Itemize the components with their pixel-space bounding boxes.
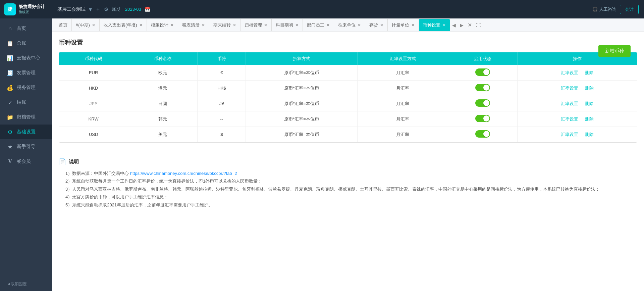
tab-tax-manual-close[interactable]: ✕	[202, 23, 205, 28]
delete-link-4[interactable]: 删除	[585, 132, 594, 137]
cell-code-0: EUR	[59, 65, 128, 81]
company-name: 基层工会测试	[57, 6, 86, 12]
toggle-0[interactable]	[475, 68, 490, 76]
tab-period[interactable]: ¥(中期)✕	[72, 19, 100, 31]
sidebar-item-reports[interactable]: 📊 云报表中心	[0, 51, 52, 65]
toggle-1[interactable]	[475, 84, 490, 91]
notes-icon: 📄	[59, 158, 66, 165]
rate-setting-link-2[interactable]: 汇率设置	[561, 101, 578, 106]
tab-unit-close[interactable]: ✕	[411, 23, 415, 28]
cell-status-0	[448, 65, 518, 81]
tab-tax-manual[interactable]: 税表清册✕	[178, 19, 209, 31]
account-button[interactable]: 会计	[620, 5, 639, 14]
tab-template-close[interactable]: ✕	[170, 23, 174, 28]
cell-symbol-1: HK$	[198, 81, 246, 96]
tab-subject-init-label: 科目期初	[276, 22, 293, 28]
tab-partners[interactable]: 往来单位✕	[334, 19, 365, 31]
tab-partners-label: 往来单位	[338, 22, 356, 28]
toggle-3[interactable]	[475, 115, 490, 122]
tab-currency[interactable]: 币种设置✕	[419, 19, 450, 31]
tab-period-close[interactable]: ✕	[92, 23, 95, 28]
sidebar-item-guide[interactable]: ★ 新手引导	[0, 139, 52, 154]
tab-inventory-close[interactable]: ✕	[380, 23, 383, 28]
sidebar-pin-toggle[interactable]: ◄取消固定	[0, 277, 52, 291]
dropdown-icon[interactable]: ▾	[89, 6, 92, 13]
new-currency-button[interactable]: 新增币种	[598, 45, 631, 57]
reports-icon: 📊	[7, 55, 13, 61]
rate-setting-link-1[interactable]: 汇率设置	[561, 86, 578, 91]
tab-template[interactable]: 模版设计✕	[147, 19, 178, 31]
calendar-icon[interactable]: 📅	[145, 7, 150, 12]
tab-income-report[interactable]: 收入支出表(年报)✕	[100, 19, 147, 31]
sidebar-item-member[interactable]: V 畅会员	[0, 154, 52, 169]
sidebar-item-archive[interactable]: 📁 归档管理	[0, 110, 52, 125]
delete-link-0[interactable]: 删除	[585, 70, 594, 75]
sidebar-item-home[interactable]: ⌂ 首页	[0, 21, 52, 36]
toggle-track-1	[475, 84, 490, 91]
tab-period-label: ¥(中期)	[76, 22, 90, 28]
invoice-icon: 🧾	[7, 69, 13, 76]
rate-setting-link-0[interactable]: 汇率设置	[561, 70, 578, 75]
cell-action-2: 汇率设置 删除	[518, 96, 637, 111]
notes-link[interactable]: https://www.chinamoney.com.cn/chinese/bk…	[130, 171, 237, 176]
table-row: JPY 日圆 J¥ 原币*汇率=本位币 月汇率 汇率设置 删除	[59, 96, 637, 111]
tab-subject-init-close[interactable]: ✕	[295, 23, 299, 28]
sidebar-label-member: 畅会员	[17, 158, 31, 164]
support-button[interactable]: 🎧 人工咨询	[592, 6, 616, 12]
delete-link-3[interactable]: 删除	[585, 116, 594, 122]
sidebar-label-reports: 云报表中心	[17, 55, 40, 61]
tab-bar: 首页 ¥(中期)✕ 收入支出表(年报)✕ 模版设计✕ 税表清册✕ 期末结转✕ 归…	[52, 18, 644, 32]
cell-code-2: JPY	[59, 96, 128, 111]
toggle-4[interactable]	[475, 130, 490, 138]
cell-status-1	[448, 81, 518, 96]
main-content: 币种设置 新增币种 币种代码 币种名称 币符 折算方式 汇率设置方式 启用状态 …	[52, 32, 644, 291]
cell-status-2	[448, 96, 518, 111]
tab-dept-close[interactable]: ✕	[326, 23, 330, 28]
tab-subject-init[interactable]: 科目期初✕	[272, 19, 303, 31]
sidebar-item-invoice[interactable]: 🧾 发票管理	[0, 65, 52, 80]
tab-expand-icon[interactable]: ⛶	[474, 22, 483, 28]
cell-symbol-0: €	[198, 65, 246, 81]
tab-period-end-close[interactable]: ✕	[233, 23, 236, 28]
note-item-2: 3）人民币对马来西亚林吉特、俄罗斯卢布、南非兰特、韩元、阿联酋迪拉姆、沙特里亚尔…	[65, 185, 637, 193]
cell-name-1: 港元	[128, 81, 198, 96]
delete-link-1[interactable]: 删除	[585, 86, 594, 91]
toggle-track-0	[475, 68, 490, 76]
app-edition: 旗舰版	[19, 10, 45, 14]
toggle-2[interactable]	[475, 99, 490, 107]
tab-close-all-icon[interactable]: ✕	[466, 22, 474, 28]
settings-gear-icon[interactable]: ⚙	[104, 6, 108, 12]
tab-partners-close[interactable]: ✕	[358, 23, 361, 28]
tab-filing[interactable]: 归档管理✕	[240, 19, 272, 31]
tab-prev-icon[interactable]: ◀	[450, 22, 458, 28]
rate-setting-link-3[interactable]: 汇率设置	[561, 116, 578, 122]
member-icon: V	[7, 158, 13, 165]
tab-period-end[interactable]: 期末结转✕	[209, 19, 240, 31]
delete-link-2[interactable]: 删除	[585, 101, 594, 106]
tab-inventory[interactable]: 存货✕	[365, 19, 388, 31]
home-icon: ⌂	[7, 25, 13, 32]
col-header-status: 启用状态	[448, 52, 518, 65]
tab-income-report-close[interactable]: ✕	[139, 23, 143, 28]
cell-rate-method-4: 月汇率	[358, 127, 448, 142]
rate-setting-link-4[interactable]: 汇率设置	[561, 132, 578, 137]
tab-filing-close[interactable]: ✕	[264, 23, 267, 28]
toggle-thumb-0	[483, 69, 489, 75]
sidebar-item-settings[interactable]: ⚙ 基础设置	[0, 125, 52, 139]
col-header-symbol: 币符	[198, 52, 246, 65]
sidebar-item-tax[interactable]: 💰 税务管理	[0, 80, 52, 95]
tab-home[interactable]: 首页	[55, 19, 72, 31]
tab-dept[interactable]: 部门员工✕	[303, 19, 334, 31]
sidebar-item-general-ledger[interactable]: 📋 总账	[0, 36, 52, 51]
tab-next-icon[interactable]: ▶	[458, 22, 466, 28]
col-header-name: 币种名称	[128, 52, 198, 65]
pin-label: ◄取消固定	[7, 281, 27, 287]
cell-action-1: 汇率设置 删除	[518, 81, 637, 96]
tab-currency-close[interactable]: ✕	[442, 23, 446, 28]
sidebar-item-checkout[interactable]: ✓ 结账	[0, 95, 52, 110]
add-tab-icon[interactable]: ＋	[95, 6, 101, 13]
sidebar-label-home: 首页	[17, 26, 26, 32]
tab-unit[interactable]: 计量单位✕	[388, 19, 419, 31]
sidebar-nav: ⌂ 首页 📋 总账 📊 云报表中心 🧾 发票管理 💰 税务管理 ✓ 结账 📁 归…	[0, 18, 52, 277]
settings-icon: ⚙	[7, 129, 13, 135]
